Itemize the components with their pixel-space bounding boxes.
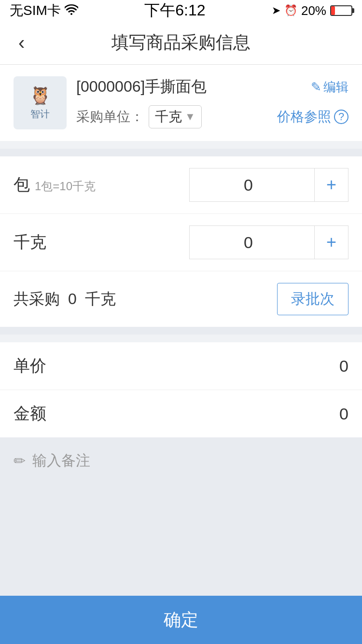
product-name-row: [0000006]手撕面包 ✎ 编辑 (76, 76, 348, 98)
product-image: 🦉 智计 (14, 76, 67, 129)
price-section: 单价 0 金额 0 (0, 342, 362, 437)
nav-bar: ‹ 填写商品采购信息 (0, 21, 362, 65)
unit-value: 千克 (155, 108, 182, 126)
kg-label: 千克 (14, 231, 46, 253)
status-time: 下午6:12 (144, 0, 205, 21)
alarm-icon: ⏰ (284, 4, 297, 17)
brand-label: 智计 (30, 108, 50, 121)
price-ref-icon: ? (334, 110, 348, 124)
kg-plus-button[interactable]: + (315, 225, 348, 259)
bao-label-text: 包 (14, 174, 30, 196)
bao-input-row: 包 1包=10千克 + (0, 156, 362, 214)
confirm-button-area[interactable]: 确定 (0, 596, 362, 644)
bao-number-input[interactable] (189, 168, 315, 202)
product-info: [0000006]手撕面包 ✎ 编辑 采购单位： 千克 ▼ 价格参照 ? (76, 76, 348, 128)
notes-icon: ✏ (14, 452, 26, 469)
battery-percent: 20% (301, 3, 326, 18)
edit-label: 编辑 (323, 79, 348, 96)
kg-input-control: + (189, 225, 348, 259)
unit-price-label: 单价 (14, 355, 46, 377)
brand-owl-icon: 🦉 (29, 85, 51, 106)
sim-text: 无SIM卡 (10, 1, 61, 20)
unit-row: 采购单位： 千克 ▼ 价格参照 ? (76, 105, 348, 128)
unit-label: 采购单位： (76, 108, 144, 126)
amount-row: 金额 0 (0, 390, 362, 437)
product-card: 🦉 智计 [0000006]手撕面包 ✎ 编辑 采购单位： 千克 ▼ 价格参照 … (0, 65, 362, 141)
page-title: 填写商品采购信息 (111, 31, 251, 55)
wifi-icon (65, 3, 78, 18)
summary-prefix: 共采购 (14, 290, 60, 308)
kg-label-text: 千克 (14, 231, 46, 253)
batch-button[interactable]: 录批次 (277, 283, 348, 315)
edit-button[interactable]: ✎ 编辑 (311, 79, 348, 96)
notes-section[interactable]: ✏ 输入备注 (0, 437, 362, 484)
status-left: 无SIM卡 (10, 1, 78, 20)
notes-placeholder: 输入备注 (32, 451, 90, 471)
edit-icon: ✎ (311, 80, 321, 95)
section-divider-2 (0, 327, 362, 335)
price-reference-button[interactable]: 价格参照 ? (277, 108, 348, 126)
battery-icon (330, 5, 352, 16)
bao-label: 包 1包=10千克 (14, 174, 96, 196)
unit-price-row: 单价 0 (0, 342, 362, 390)
amount-label: 金额 (14, 403, 46, 425)
bao-plus-button[interactable]: + (315, 168, 348, 202)
summary-value: 0 (68, 290, 77, 308)
product-full-name: [0000006]手撕面包 (76, 76, 207, 98)
bao-sublabel: 1包=10千克 (35, 179, 96, 194)
section-divider-1 (0, 149, 362, 156)
back-button[interactable]: ‹ (14, 27, 29, 58)
unit-price-value: 0 (339, 357, 348, 376)
bao-input-control: + (189, 168, 348, 202)
status-right: ➤ ⏰ 20% (272, 3, 352, 18)
confirm-button-label: 确定 (164, 608, 198, 632)
unit-select-button[interactable]: 千克 ▼ (149, 105, 202, 128)
summary-unit: 千克 (85, 290, 116, 308)
amount-value: 0 (339, 405, 348, 423)
status-bar: 无SIM卡 下午6:12 ➤ ⏰ 20% (0, 0, 362, 21)
price-ref-label: 价格参照 (277, 108, 331, 126)
location-icon: ➤ (272, 4, 280, 17)
dropdown-icon: ▼ (185, 111, 195, 123)
kg-number-input[interactable] (189, 225, 315, 259)
summary-row: 共采购 0 千克 录批次 (0, 271, 362, 327)
summary-text: 共采购 0 千克 (14, 289, 116, 310)
kg-input-row: 千克 + (0, 214, 362, 271)
input-section: 包 1包=10千克 + 千克 + (0, 156, 362, 271)
